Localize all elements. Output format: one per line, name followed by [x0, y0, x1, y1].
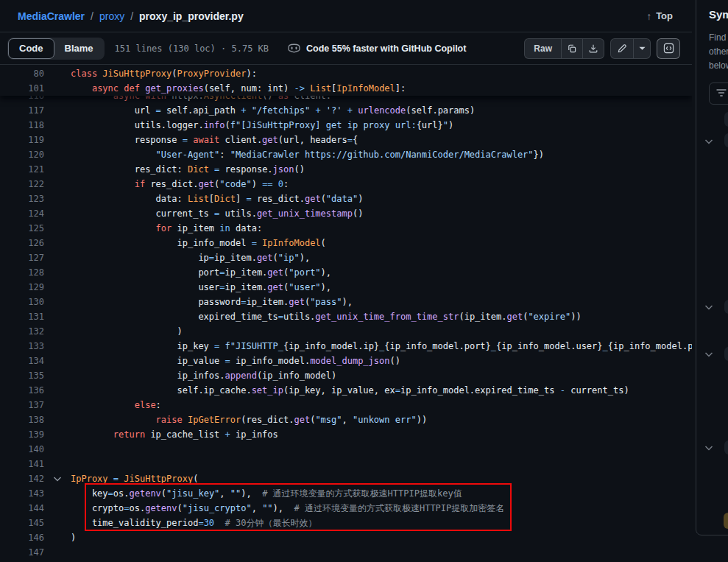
- symbol-chip[interactable]: [724, 133, 728, 147]
- line-number[interactable]: 117: [0, 103, 44, 118]
- line-number[interactable]: 118: [0, 118, 44, 133]
- chevron-down-icon[interactable]: [704, 304, 713, 311]
- breadcrumb-repo-link[interactable]: MediaCrawler: [18, 10, 85, 22]
- chevron-down-icon[interactable]: [704, 351, 713, 358]
- code-line: 147: [0, 545, 692, 560]
- line-number[interactable]: 128: [0, 265, 44, 280]
- code-line: 135 ip_infos.append(ip_info_model): [0, 368, 692, 383]
- line-number[interactable]: 120: [0, 147, 44, 162]
- file-view: MediaCrawler / proxy / proxy_ip_provider…: [0, 0, 692, 562]
- code-text: password=ip_item.get("pass"),: [71, 295, 353, 309]
- code-text: current_ts = utils.get_unix_timestamp(): [71, 206, 363, 221]
- symbols-panel-toggle-button[interactable]: [657, 38, 680, 59]
- code-text: async def get_proxies(self, num: int) ->…: [71, 81, 406, 96]
- symbol-chip[interactable]: [724, 440, 728, 454]
- code-text: IpProxy = JiSuHttpProxy(: [71, 471, 198, 486]
- breadcrumb-filename: proxy_ip_provider.py: [139, 10, 244, 22]
- raw-button-group: Raw: [524, 38, 604, 59]
- symbol-chip[interactable]: [724, 347, 728, 361]
- line-number[interactable]: 101: [0, 81, 44, 96]
- code-text: class JiSuHttpProxy(ProxyProvider):: [71, 66, 257, 81]
- code-line: 140: [0, 442, 692, 457]
- line-number[interactable]: 138: [0, 412, 44, 427]
- fold-chevron-icon[interactable]: [53, 476, 62, 482]
- line-number[interactable]: 134: [0, 354, 44, 368]
- line-number[interactable]: 137: [0, 398, 44, 412]
- fold-toggle[interactable]: [44, 476, 71, 482]
- copy-button[interactable]: [561, 38, 583, 59]
- chevron-down-icon[interactable]: [704, 138, 713, 145]
- tab-blame[interactable]: Blame: [54, 38, 104, 59]
- code-line: 101 async def get_proxies(self, num: int…: [0, 81, 692, 96]
- code-symbols-icon: [663, 43, 674, 54]
- line-number[interactable]: 146: [0, 530, 44, 545]
- symbol-chip[interactable]: [724, 112, 728, 127]
- code-text: port=ip_item.get("port"),: [71, 265, 331, 280]
- code-line: 119 response = await client.get(url, hea…: [0, 133, 692, 147]
- line-number[interactable]: 125: [0, 221, 44, 236]
- code-text: for ip_item in data:: [71, 221, 262, 236]
- edit-button[interactable]: [610, 38, 634, 59]
- line-number[interactable]: 144: [0, 501, 44, 516]
- code-text: utils.logger.info(f"[JiSuHttpProxy] get …: [71, 118, 453, 133]
- breadcrumb-dir-link[interactable]: proxy: [99, 10, 124, 22]
- line-number[interactable]: 131: [0, 309, 44, 324]
- line-number[interactable]: 140: [0, 442, 44, 457]
- line-number[interactable]: 130: [0, 295, 44, 309]
- chevron-down-icon[interactable]: [704, 445, 713, 452]
- code-text: ip=ip_item.get("ip"),: [71, 250, 310, 265]
- code-blame-switcher: Code Blame: [7, 38, 105, 60]
- line-number[interactable]: 123: [0, 192, 44, 206]
- code-text: url = self.api_path + "/fetchips" + '?' …: [71, 103, 475, 118]
- code-viewer: 116 async with httpx.AsyncClient() as cl…: [0, 65, 692, 562]
- line-number[interactable]: 145: [0, 516, 44, 530]
- pencil-icon: [617, 43, 627, 54]
- line-number[interactable]: 124: [0, 206, 44, 221]
- code-line: 127 ip=ip_item.get("ip"),: [0, 250, 692, 265]
- line-number[interactable]: 141: [0, 457, 44, 471]
- line-number[interactable]: 142: [0, 471, 44, 486]
- breadcrumb-separator: /: [130, 10, 133, 22]
- code-line: 132 ): [0, 324, 692, 339]
- line-number[interactable]: 132: [0, 324, 44, 339]
- code-line: 120 "User-Agent": "MediaCrawler https://…: [0, 147, 692, 162]
- symbols-panel: Symbols Find definitions and references …: [696, 0, 728, 535]
- code-text: user=ip_item.get("user"),: [71, 280, 331, 295]
- symbol-chip-highlighted[interactable]: [724, 513, 728, 529]
- sticky-context-header: 80class JiSuHttpProxy(ProxyProvider):101…: [0, 65, 692, 96]
- symbol-chip[interactable]: [724, 300, 728, 314]
- code-line: 123 data: List[Dict] = res_dict.get("dat…: [0, 192, 692, 206]
- code-line: 137 else:: [0, 398, 692, 412]
- line-number[interactable]: 139: [0, 427, 44, 442]
- caret-down-icon: [639, 46, 646, 51]
- filter-symbols-button[interactable]: [709, 82, 728, 105]
- download-icon: [588, 43, 598, 54]
- line-number[interactable]: 126: [0, 236, 44, 250]
- line-number[interactable]: 136: [0, 383, 44, 398]
- line-number[interactable]: 147: [0, 545, 44, 560]
- code-line: 138 raise IpGetError(res_dict.get("msg",…: [0, 412, 692, 427]
- raw-button[interactable]: Raw: [524, 38, 562, 59]
- toolbar-actions: Raw: [524, 38, 680, 59]
- file-meta-info: 151 lines (130 loc) · 5.75 KB: [115, 43, 269, 54]
- copilot-banner[interactable]: Code 55% faster with GitHub Copilot: [288, 41, 466, 56]
- line-number[interactable]: 135: [0, 368, 44, 383]
- line-number[interactable]: 143: [0, 486, 44, 501]
- breadcrumb-separator: /: [91, 10, 93, 22]
- line-number[interactable]: 129: [0, 280, 44, 295]
- code-text: ): [71, 530, 76, 545]
- edit-dropdown-button[interactable]: [633, 38, 651, 59]
- symbols-panel-description: Find definitions and references for func…: [709, 31, 728, 73]
- scroll-to-top-button[interactable]: ↑ Top: [646, 10, 673, 22]
- line-number[interactable]: 127: [0, 250, 44, 265]
- line-number[interactable]: 119: [0, 133, 44, 147]
- breadcrumb: MediaCrawler / proxy / proxy_ip_provider…: [18, 10, 244, 22]
- tab-code[interactable]: Code: [8, 38, 54, 59]
- code-line: 143 key=os.getenv("jisu_key", ""), # 通过环…: [0, 486, 692, 501]
- line-number[interactable]: 121: [0, 162, 44, 177]
- download-button[interactable]: [582, 38, 604, 59]
- line-number[interactable]: 80: [0, 66, 44, 81]
- line-number[interactable]: 133: [0, 339, 44, 354]
- copilot-banner-label: Code 55% faster with GitHub Copilot: [306, 43, 466, 54]
- line-number[interactable]: 122: [0, 177, 44, 192]
